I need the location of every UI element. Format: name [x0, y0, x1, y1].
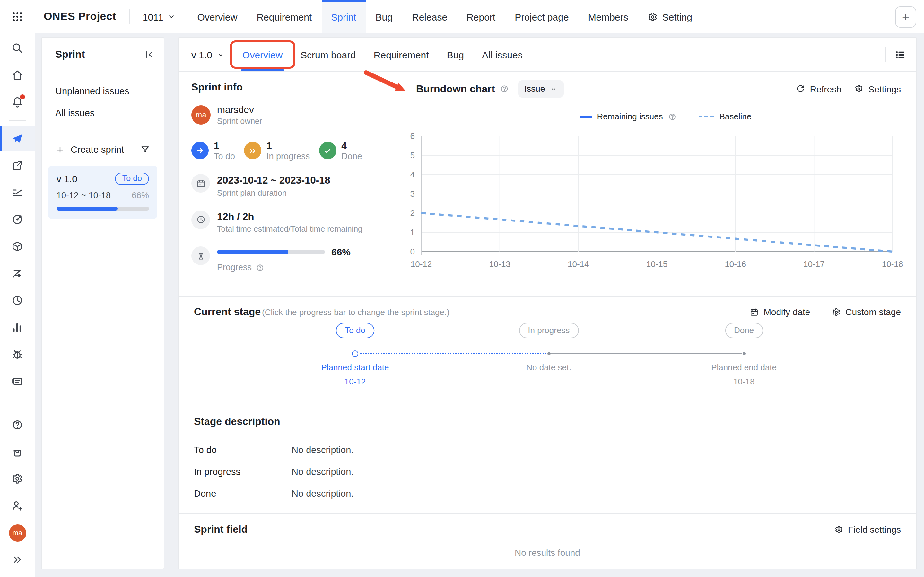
tab-all-issues[interactable]: All issues	[473, 38, 532, 71]
add-project-button[interactable]: +	[895, 6, 916, 27]
create-sprint-button[interactable]: Create sprint	[42, 137, 164, 162]
settings-gear-icon[interactable]	[0, 466, 35, 492]
stage-pill-done[interactable]: Done	[725, 323, 763, 338]
sprint-duration-label: Sprint plan duration	[217, 189, 331, 197]
help-icon[interactable]	[499, 84, 509, 94]
notifications-bell-icon[interactable]	[0, 89, 35, 115]
stage-description-section: Stage description To do No description. …	[179, 406, 916, 514]
nav-overview[interactable]: Overview	[187, 0, 247, 33]
gear-icon	[834, 525, 843, 534]
user-avatar[interactable]: ma	[0, 520, 35, 546]
owner-role: Sprint owner	[217, 117, 262, 126]
components-icon[interactable]	[0, 234, 35, 259]
sprint-duration-value: 2023-10-12 ~ 2023-10-18	[217, 174, 331, 187]
app-window: ONES Project 1011 Overview Requirement S…	[0, 0, 924, 577]
burndown-type-select[interactable]: Issue	[518, 80, 564, 98]
stage-pill-in-progress[interactable]: In progress	[519, 323, 579, 338]
home-icon[interactable]	[0, 62, 35, 88]
stat-in-progress: 1 In progress	[244, 140, 310, 161]
tab-overview[interactable]: Overview	[234, 38, 292, 71]
stage-segment-dotted[interactable]	[357, 353, 547, 354]
legend-remaining-issues[interactable]: Remaining issues	[580, 112, 677, 121]
sprint-name: v 1.0	[56, 173, 115, 184]
planned-end-date: 10-18	[711, 377, 777, 386]
tab-bug[interactable]: Bug	[438, 38, 473, 71]
search-icon[interactable]	[0, 35, 35, 61]
app-title: ONES Project	[35, 0, 129, 33]
current-stage-hint: (Click the progress bar to change the sp…	[262, 307, 450, 317]
export-module-icon[interactable]	[0, 153, 35, 179]
project-module-icon[interactable]	[0, 126, 35, 152]
sprint-field-title: Sprint field	[194, 524, 248, 535]
tab-requirement[interactable]: Requirement	[365, 38, 438, 71]
owner-avatar[interactable]: ma	[191, 105, 211, 124]
help-icon[interactable]	[256, 263, 264, 272]
sprint-list-item[interactable]: v 1.0 To do 10-12 ~ 10-18 66%	[48, 166, 157, 219]
working-hours-icon[interactable]	[0, 287, 35, 313]
collapse-sidebar-icon[interactable]	[143, 48, 155, 60]
nav-release[interactable]: Release	[402, 0, 457, 33]
tab-scrum-board[interactable]: Scrum board	[292, 38, 365, 71]
rail-divider	[9, 120, 26, 121]
help-icon[interactable]	[0, 412, 35, 438]
sprint-progress-fill	[217, 250, 288, 254]
sidebar-item-unplanned-issues[interactable]: Unplanned issues	[42, 80, 164, 102]
progress-label: Progress	[217, 263, 252, 272]
active-tab-underline	[240, 69, 284, 71]
nav-members[interactable]: Members	[579, 0, 638, 33]
burndown-panel: Burndown chart Issue Refresh Setti	[399, 72, 916, 296]
time-estimate-label: Total time estimated/Total time remainin…	[217, 225, 363, 234]
nav-bug[interactable]: Bug	[366, 0, 402, 33]
svg-text:2: 2	[410, 208, 415, 218]
current-stage-title: Current stage	[194, 306, 261, 318]
stage-description-title: Stage description	[194, 416, 901, 427]
project-id: 1011	[142, 11, 163, 22]
bug-module-icon[interactable]	[0, 342, 35, 367]
list-view-icon[interactable]	[894, 48, 906, 61]
no-date-label: No date set.	[526, 363, 571, 372]
burndown-settings-button[interactable]: Settings	[854, 84, 901, 94]
svg-text:6: 6	[410, 131, 415, 141]
app-launcher-grid-icon[interactable]	[0, 0, 35, 33]
sprint-version-select[interactable]: v 1.0	[179, 38, 234, 71]
modify-date-button[interactable]: Modify date	[750, 307, 810, 317]
reports-icon[interactable]	[0, 314, 35, 340]
nav-sprint[interactable]: Sprint	[321, 0, 366, 33]
invite-member-icon[interactable]	[0, 493, 35, 519]
app-store-icon[interactable]	[0, 439, 35, 465]
stage-progress-bar[interactable]: To do In progress Done Planned start dat…	[194, 323, 901, 395]
sidebar-divider	[55, 132, 151, 132]
svg-text:10-13: 10-13	[489, 259, 511, 269]
nav-requirement[interactable]: Requirement	[247, 0, 321, 33]
sprint-sidebar: Sprint Unplanned issues All issues Creat…	[41, 37, 164, 569]
sidebar-item-all-issues[interactable]: All issues	[42, 102, 164, 124]
done-check-icon	[319, 142, 336, 159]
my-tasks-icon[interactable]	[0, 180, 35, 205]
stage-marker-end[interactable]	[742, 352, 745, 355]
nav-project-page[interactable]: Project page	[505, 0, 578, 33]
stage-pill-todo[interactable]: To do	[336, 323, 374, 338]
stage-marker-middle[interactable]	[547, 352, 550, 355]
nav-setting[interactable]: Setting	[638, 0, 702, 33]
stage-segment-solid[interactable]	[550, 353, 743, 354]
chart-legend: Remaining issues Baseline	[421, 112, 910, 121]
nav-report[interactable]: Report	[457, 0, 505, 33]
news-card-icon[interactable]	[0, 368, 35, 394]
filter-icon[interactable]	[140, 144, 150, 155]
legend-baseline[interactable]: Baseline	[699, 112, 751, 121]
stat-done: 4 Done	[319, 140, 362, 161]
expand-rail-icon[interactable]	[0, 547, 35, 572]
sidebar-title: Sprint	[55, 48, 143, 60]
goals-icon[interactable]	[0, 207, 35, 232]
gear-icon	[831, 307, 841, 317]
field-settings-button[interactable]: Field settings	[834, 524, 901, 535]
help-icon[interactable]	[668, 112, 677, 121]
custom-stage-button[interactable]: Custom stage	[831, 307, 901, 317]
project-switcher[interactable]: 1011	[130, 0, 188, 33]
sprint-field-section: Sprint field Field settings No results f…	[179, 514, 916, 569]
refresh-icon	[796, 84, 806, 94]
stage-marker-start[interactable]	[352, 350, 358, 357]
workflow-icon[interactable]	[0, 261, 35, 286]
refresh-button[interactable]: Refresh	[796, 84, 842, 94]
gear-icon	[648, 11, 658, 22]
